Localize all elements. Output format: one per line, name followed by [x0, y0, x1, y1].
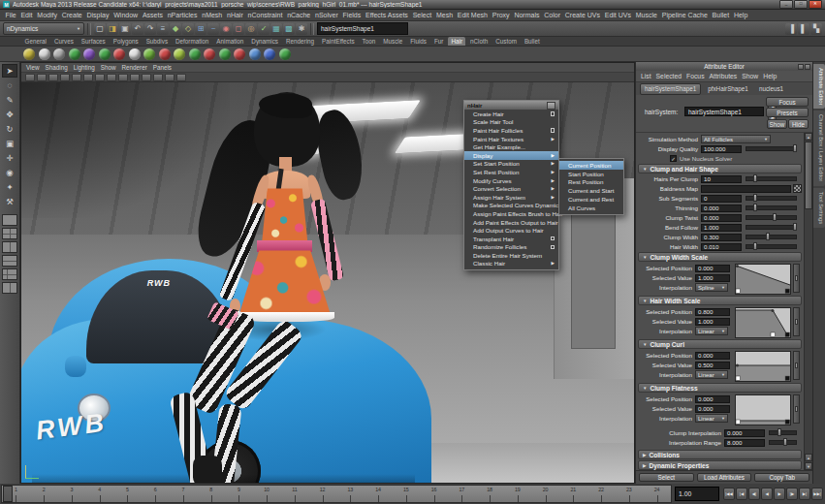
shelf-tab[interactable]: nCloth [466, 37, 491, 46]
menu-bar-item[interactable]: Edit [18, 12, 35, 18]
menu-bar-item[interactable]: Create UVs [562, 12, 602, 18]
timeline-frame[interactable]: 12 [308, 486, 336, 502]
attribute-editor-menu-item[interactable]: Show [742, 73, 758, 79]
timeline-frame[interactable]: 22 [587, 486, 616, 502]
nhair-menu-item[interactable]: Delete Entire Hair System ▶ [464, 251, 558, 260]
playback-button[interactable]: |▶ [786, 488, 798, 500]
attribute-slider[interactable] [746, 176, 797, 181]
menu-bar-item[interactable]: Create [59, 12, 84, 18]
toolbox-tool-button[interactable]: ✎ [2, 93, 17, 107]
ramp-widget[interactable] [735, 264, 791, 295]
shelf-tool-icon[interactable] [69, 48, 80, 60]
playback-button[interactable]: |◀◀ [723, 488, 735, 500]
attribute-value-field[interactable]: 8.000 [724, 439, 765, 447]
toolbox-tool-button[interactable]: ✦ [2, 180, 17, 194]
toolbox-tool-button[interactable]: ✛ [2, 151, 17, 165]
attribute-editor-scrollbar[interactable]: ▲ ▲ ▼ [804, 133, 812, 470]
viewport-bar-icon[interactable] [72, 74, 81, 81]
display-submenu-item[interactable]: All Curves [559, 204, 623, 212]
selected-position-field[interactable]: 0.000 [695, 265, 730, 272]
sidebar-vertical-tab[interactable]: Attribute Editor [813, 64, 825, 109]
status-line-icon[interactable]: ✱ [296, 23, 307, 35]
ramp-zoom-slider[interactable] [793, 351, 800, 380]
layout-shortcut-button[interactable] [2, 282, 17, 294]
shelf-tool-icon[interactable] [204, 48, 215, 60]
playback-button[interactable]: ▶| [799, 488, 810, 500]
status-line-icon[interactable]: ◻ [233, 23, 244, 35]
shelf-tab[interactable]: Dynamics [248, 37, 282, 46]
shelf-tool-icon[interactable] [279, 48, 291, 60]
attribute-value-field[interactable]: 0.010 [701, 243, 742, 251]
show-button[interactable]: Show [767, 119, 787, 129]
attribute-value-field[interactable]: 0.300 [701, 234, 742, 241]
playback-button[interactable]: ▶ [774, 488, 785, 500]
menu-bar-item[interactable]: Window [111, 12, 141, 18]
status-line-icon[interactable]: ◨ [107, 23, 118, 35]
hide-button[interactable]: Hide [788, 119, 809, 129]
selected-position-field[interactable]: 0.800 [695, 308, 730, 316]
interpolation-dropdown[interactable]: Spline▼ [695, 283, 728, 292]
timeline-frame[interactable]: 2 [30, 486, 58, 502]
option-box-icon[interactable] [551, 245, 555, 250]
status-line-icon[interactable]: ◉ [220, 23, 232, 35]
timeline-frame[interactable]: 7 [170, 486, 198, 502]
status-line-icon[interactable]: ~ [207, 23, 219, 35]
viewport-bar-icon[interactable] [37, 74, 47, 81]
shelf-tool-icon[interactable] [264, 48, 275, 60]
nhair-menu-item[interactable]: Add Paint Effects Output to Hair ▶ [464, 218, 558, 227]
footer-button[interactable]: Select [639, 473, 694, 482]
panel-menu-item[interactable]: Lighting [74, 64, 95, 71]
display-quality-slider[interactable] [746, 146, 797, 151]
selected-value-field[interactable]: 0.500 [695, 362, 730, 369]
menu-bar-item[interactable]: nParticles [165, 12, 200, 18]
menu-bar-item[interactable]: nCache [285, 12, 313, 18]
selected-value-field[interactable]: 0.000 [695, 405, 730, 413]
status-line-icon[interactable]: ▩ [283, 23, 295, 35]
timeline-frame[interactable]: 20 [531, 486, 559, 502]
viewport-bar-icon[interactable] [165, 74, 175, 81]
attribute-editor-menu-item[interactable]: Focus [686, 73, 705, 79]
shelf-tool-icon[interactable] [174, 48, 185, 60]
scroll-down-icon[interactable]: ▲ [805, 454, 812, 461]
nhair-menu-item[interactable]: Scale Hair Tool ▶ [464, 118, 558, 127]
viewport-bar-icon[interactable] [130, 74, 140, 81]
status-line-icon[interactable]: ↷ [144, 23, 156, 35]
sidebar-vertical-tab[interactable]: Channel Box / Layer Editor [813, 110, 825, 185]
display-submenu-item[interactable]: Current Position [559, 161, 623, 170]
nhair-menu-item[interactable]: Display ▶ [464, 151, 558, 160]
interpolation-dropdown[interactable]: Linear▼ [695, 414, 728, 423]
menu-bar-item[interactable]: File [3, 12, 18, 18]
close-button[interactable]: ✕ [809, 0, 822, 9]
shelf-tool-icon[interactable] [129, 48, 141, 60]
toolbox-tool-button[interactable]: ↻ [2, 122, 17, 136]
attribute-slider[interactable] [769, 440, 797, 445]
shelf-tool-icon[interactable] [189, 48, 201, 60]
nhair-menu-item[interactable]: Set Rest Position ▶ [464, 168, 558, 176]
menu-bar-item[interactable]: Bullet [710, 12, 731, 18]
nhair-menu-item[interactable]: Make Selected Curves Dynamic ▶ [464, 202, 558, 210]
ramp-zoom-slider[interactable] [793, 264, 800, 293]
selected-position-field[interactable]: 0.000 [695, 352, 730, 360]
attribute-value-field[interactable]: 0.000 [701, 214, 742, 222]
viewport-bar-icon[interactable] [153, 74, 163, 81]
collapsed-section-header[interactable]: ▶ Collisions [638, 450, 802, 459]
menu-bar-item[interactable]: Help [732, 12, 750, 18]
timeline-frame[interactable]: 21 [559, 486, 587, 502]
panel-menu-item[interactable]: Shading [46, 64, 68, 71]
shelf-tab[interactable]: Polygons [110, 37, 142, 46]
attribute-editor-menu-item[interactable]: List [641, 73, 651, 79]
viewport-bar-icon[interactable] [83, 74, 93, 81]
toolbox-tool-button[interactable]: ▣ [2, 137, 17, 150]
ramp-zoom-slider[interactable] [793, 307, 800, 336]
nhair-menu-item[interactable]: Create Hair ▶ [464, 110, 558, 118]
attribute-slider[interactable] [746, 196, 797, 201]
layout-shortcut-button[interactable] [2, 255, 17, 267]
menu-bar-item[interactable]: Normals [512, 12, 542, 18]
attribute-value-field[interactable]: 0.000 [701, 205, 742, 212]
nhair-menu-item[interactable]: Paint Hair Follicles ▶ [464, 126, 558, 135]
selected-value-field[interactable]: 1.000 [695, 318, 730, 326]
shelf-tool-icon[interactable] [249, 48, 261, 60]
nhair-menu-item[interactable]: Get Hair Example... ▶ [464, 142, 558, 151]
scroll-down-icon[interactable]: ▼ [805, 462, 812, 470]
attribute-slider[interactable] [769, 430, 797, 435]
